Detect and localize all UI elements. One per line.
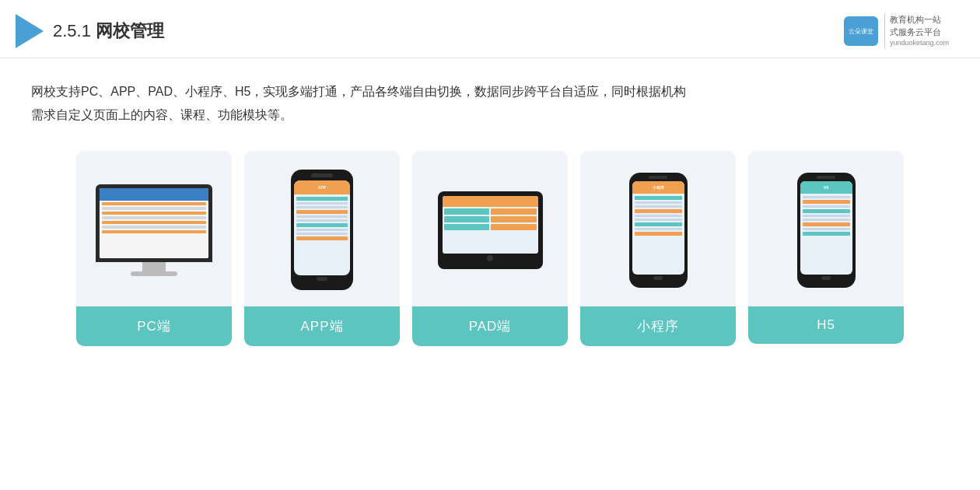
header-left: 2.5.1 网校管理 bbox=[16, 14, 164, 48]
card-h5-image: H5 bbox=[748, 151, 904, 306]
card-pad-image bbox=[412, 151, 568, 306]
svg-text:云朵课堂: 云朵课堂 bbox=[849, 28, 873, 35]
h5-phone-illustration: H5 bbox=[797, 173, 856, 288]
brand-logo: 云朵课堂 教育机构一站 式服务云平台 yunduoketang.com bbox=[844, 14, 949, 47]
card-app-label: APP端 bbox=[244, 306, 400, 346]
card-mini: 小程序 bbox=[580, 151, 736, 346]
header: 2.5.1 网校管理 云朵课堂 教育机构一站 式服务云平台 yunduoketa… bbox=[0, 0, 980, 58]
platform-cards: PC端 APP bbox=[0, 135, 980, 362]
card-mini-image: 小程序 bbox=[580, 151, 736, 306]
yunduoketang-logo-icon: 云朵课堂 bbox=[844, 16, 878, 46]
section-title: 网校管理 bbox=[96, 21, 164, 40]
pad-tablet-illustration bbox=[438, 191, 543, 269]
logo-triangle-icon bbox=[16, 14, 44, 48]
card-h5: H5 bbox=[748, 151, 904, 344]
page: 2.5.1 网校管理 云朵课堂 教育机构一站 式服务云平台 yunduoketa… bbox=[0, 0, 980, 490]
pc-monitor-illustration bbox=[96, 184, 212, 276]
section-number: 2.5.1 bbox=[53, 21, 91, 40]
card-app-image: APP bbox=[244, 151, 400, 306]
card-app: APP bbox=[244, 151, 400, 346]
logo-tagline2: 式服务云平台 bbox=[890, 26, 941, 38]
logo-domain: yunduoketang.com bbox=[890, 38, 949, 48]
card-pad: PAD端 bbox=[412, 151, 568, 346]
mini-phone-illustration: 小程序 bbox=[629, 173, 688, 288]
app-phone-illustration: APP bbox=[291, 170, 353, 290]
description-line2: 需求自定义页面上的内容、课程、功能模块等。 bbox=[31, 103, 949, 127]
page-title: 2.5.1 网校管理 bbox=[53, 19, 164, 43]
logo-tagline1: 教育机构一站 bbox=[890, 14, 941, 26]
card-mini-label: 小程序 bbox=[580, 306, 736, 346]
card-pad-label: PAD端 bbox=[412, 306, 568, 346]
description-block: 网校支持PC、APP、PAD、小程序、H5，实现多端打通，产品各终端自由切换，数… bbox=[0, 58, 980, 135]
card-pc-image bbox=[76, 151, 232, 306]
card-h5-label: H5 bbox=[748, 306, 904, 344]
description-line1: 网校支持PC、APP、PAD、小程序、H5，实现多端打通，产品各终端自由切换，数… bbox=[31, 80, 949, 103]
card-pc-label: PC端 bbox=[76, 306, 232, 346]
card-pc: PC端 bbox=[76, 151, 232, 346]
logo-text: 教育机构一站 式服务云平台 yunduoketang.com bbox=[884, 14, 949, 47]
